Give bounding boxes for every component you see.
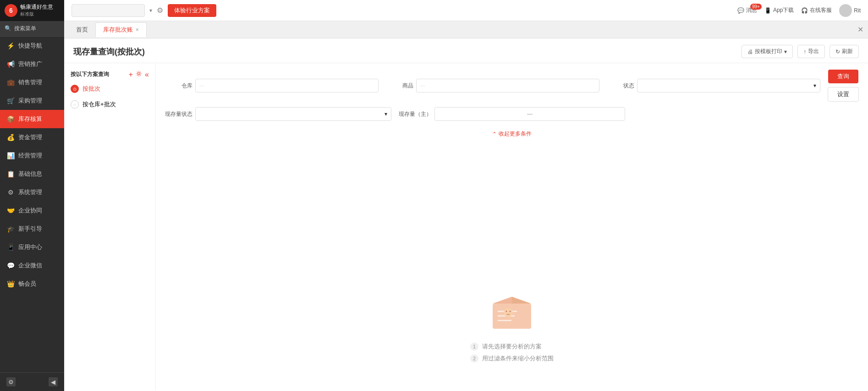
sidebar-item-app-center[interactable]: 📱 应用中心 bbox=[0, 238, 64, 256]
close-page-btn[interactable]: ✕ bbox=[857, 25, 863, 34]
stock-amount-from[interactable] bbox=[439, 111, 523, 117]
sidebar-item-enterprise-wechat[interactable]: 💬 企业微信 bbox=[0, 256, 64, 275]
enterprise-icon: 🤝 bbox=[6, 206, 15, 215]
product-label: 商品 bbox=[386, 82, 413, 90]
sidebar-item-label: 企业微信 bbox=[18, 261, 42, 270]
chevron-up-icon: ⌃ bbox=[492, 131, 497, 137]
topbar-search-input[interactable] bbox=[71, 4, 145, 17]
sidebar-nav: ⚡ 快捷导航 📢 营销推广 💼 销售管理 🛒 采购管理 📦 库存核算 💰 资金管… bbox=[0, 37, 64, 372]
stock-status-select[interactable]: ▾ bbox=[195, 107, 391, 121]
stock-amount-to[interactable] bbox=[536, 111, 621, 117]
purchase-icon: 🛒 bbox=[6, 97, 15, 105]
export-btn[interactable]: ↑ 导出 bbox=[797, 45, 825, 58]
empty-svg bbox=[484, 278, 539, 333]
filter-form: 仓库 ··· 商品 ··· 状态 bbox=[156, 63, 868, 251]
query-btn[interactable]: 查询 bbox=[828, 70, 858, 83]
sidebar-settings-btn[interactable]: ⚙ bbox=[6, 377, 16, 386]
online-service-label: 在线客服 bbox=[810, 6, 832, 14]
right-panel: 仓库 ··· 商品 ··· 状态 bbox=[156, 63, 868, 390]
warehouse-field: 仓库 ··· bbox=[165, 79, 379, 92]
basic-info-icon: 📋 bbox=[6, 170, 15, 178]
sidebar-header: 6 畅康通好生意 标准版 bbox=[0, 0, 64, 21]
main-area: ▾ ⚙ 体验行业方案 💬 消息 99+ 📱 App下载 🎧 在线客服 Rit bbox=[64, 0, 868, 391]
sidebar-search[interactable]: 🔍 搜索菜单 bbox=[0, 21, 64, 37]
gear-icon bbox=[136, 71, 142, 77]
sidebar-item-label: 畅会员 bbox=[18, 280, 36, 288]
scheme-panel: 按以下方案查询 + « ⊙ 按批 bbox=[64, 63, 156, 390]
sidebar-item-finance[interactable]: 💰 资金管理 bbox=[0, 128, 64, 147]
sidebar-item-label: 基础信息 bbox=[18, 170, 42, 178]
tab-inventory-batch[interactable]: 库存批次账 × bbox=[95, 22, 147, 37]
sidebar-item-operations[interactable]: 📊 经营管理 bbox=[0, 147, 64, 165]
phone-icon: 📱 bbox=[764, 7, 771, 14]
stock-status-label: 现存量状态 bbox=[165, 110, 192, 118]
svg-marker-3 bbox=[512, 297, 531, 304]
add-scheme-btn[interactable]: + bbox=[129, 71, 133, 78]
filter-settings-btn[interactable]: 设置 bbox=[828, 87, 859, 102]
sidebar-item-marketing[interactable]: 📢 营销推广 bbox=[0, 55, 64, 73]
chevron-down-icon: ▾ bbox=[813, 82, 816, 89]
refresh-icon: ↻ bbox=[835, 49, 840, 55]
avatar bbox=[839, 4, 852, 17]
sidebar-item-enterprise[interactable]: 🤝 企业协同 bbox=[0, 201, 64, 220]
scheme-panel-header: 按以下方案查询 + « bbox=[64, 68, 155, 81]
scheme-settings-btn[interactable] bbox=[136, 71, 142, 78]
topbar-dropdown-btn[interactable]: ▾ bbox=[149, 7, 152, 14]
warehouse-input[interactable]: ··· bbox=[195, 79, 379, 92]
template-print-btn[interactable]: 🖨 按模板打印 ▾ bbox=[742, 45, 793, 58]
scheme-item-warehouse-batch[interactable]: ○ 按仓库+批次 bbox=[64, 97, 155, 112]
scheme-item-batch[interactable]: ⊙ 按批次 bbox=[64, 81, 155, 97]
sidebar-item-label: 资金管理 bbox=[18, 133, 42, 141]
status-select[interactable]: ▾ bbox=[637, 79, 820, 92]
sidebar-collapse-btn[interactable]: ◀ bbox=[49, 377, 58, 386]
search-icon: 🔍 bbox=[5, 25, 11, 32]
sidebar-item-quick-nav[interactable]: ⚡ 快捷导航 bbox=[0, 37, 64, 55]
refresh-btn[interactable]: ↻ 刷新 bbox=[830, 45, 859, 58]
headset-icon: 🎧 bbox=[801, 7, 808, 14]
sidebar-item-sales[interactable]: 💼 销售管理 bbox=[0, 73, 64, 92]
product-input[interactable]: ··· bbox=[416, 79, 599, 92]
stock-amount-field: 现存量（主） — bbox=[399, 107, 625, 121]
trial-btn[interactable]: 体验行业方案 bbox=[168, 4, 216, 17]
page-content: 现存量查询(按批次) 🖨 按模板打印 ▾ ↑ 导出 ↻ 刷新 bbox=[64, 38, 868, 391]
empty-hint-2-text: 用过滤条件来缩小分析范围 bbox=[482, 354, 554, 363]
online-service-btn[interactable]: 🎧 在线客服 bbox=[801, 6, 832, 14]
page-header-actions: 🖨 按模板打印 ▾ ↑ 导出 ↻ 刷新 bbox=[742, 45, 859, 58]
sidebar-item-label: 应用中心 bbox=[18, 243, 42, 251]
stock-amount-range: — bbox=[434, 107, 625, 121]
status-field: 状态 ▾ bbox=[607, 79, 820, 92]
app-download-btn[interactable]: 📱 App下载 bbox=[764, 6, 794, 14]
stock-status-field: 现存量状态 ▾ bbox=[165, 107, 391, 121]
marketing-icon: 📢 bbox=[6, 60, 15, 68]
sidebar-item-purchase[interactable]: 🛒 采购管理 bbox=[0, 92, 64, 110]
print-icon: 🖨 bbox=[747, 49, 753, 55]
sidebar-item-label: 企业协同 bbox=[18, 206, 42, 215]
sidebar-item-inventory[interactable]: 📦 库存核算 bbox=[0, 110, 64, 128]
filter-actions: 查询 设置 bbox=[828, 70, 859, 102]
svg-point-7 bbox=[504, 308, 513, 317]
sidebar-item-beginner[interactable]: 🎓 新手引导 bbox=[0, 220, 64, 238]
app-version: 标准版 bbox=[20, 11, 53, 17]
empty-state: 1 请先选择要分析的方案 2 用过滤条件来缩小分析范围 bbox=[156, 251, 868, 390]
user-name: Rit bbox=[854, 7, 861, 14]
product-field: 商品 ··· bbox=[386, 79, 599, 92]
tab-home[interactable]: 首页 bbox=[69, 23, 95, 37]
user-avatar-btn[interactable]: Rit bbox=[839, 4, 861, 17]
scheme-inactive-icon: ○ bbox=[71, 100, 79, 109]
filter-row-2: 现存量状态 ▾ 现存量（主） — bbox=[165, 107, 859, 121]
tab-close-btn[interactable]: × bbox=[136, 27, 139, 33]
topbar-gear-btn[interactable]: ⚙ bbox=[157, 6, 163, 15]
sidebar-item-basic-info[interactable]: 📋 基础信息 bbox=[0, 165, 64, 183]
sidebar-item-member[interactable]: 👑 畅会员 bbox=[0, 275, 64, 293]
scheme-active-icon: ⊙ bbox=[71, 85, 79, 93]
sidebar-item-label: 营销推广 bbox=[18, 60, 42, 68]
message-btn[interactable]: 💬 消息 99+ bbox=[737, 6, 757, 14]
sidebar-item-system[interactable]: ⚙ 系统管理 bbox=[0, 183, 64, 201]
app-center-icon: 📱 bbox=[6, 243, 15, 251]
empty-hint-1-text: 请先选择要分析的方案 bbox=[482, 342, 542, 351]
app-logo: 6 bbox=[5, 4, 17, 17]
page-title: 现存量查询(按批次) bbox=[73, 46, 145, 57]
collapse-more-btn[interactable]: ⌃ 收起更多条件 bbox=[165, 126, 859, 141]
collapse-scheme-panel-btn[interactable]: « bbox=[145, 71, 149, 78]
chevron-down-icon: ▾ bbox=[385, 111, 387, 117]
